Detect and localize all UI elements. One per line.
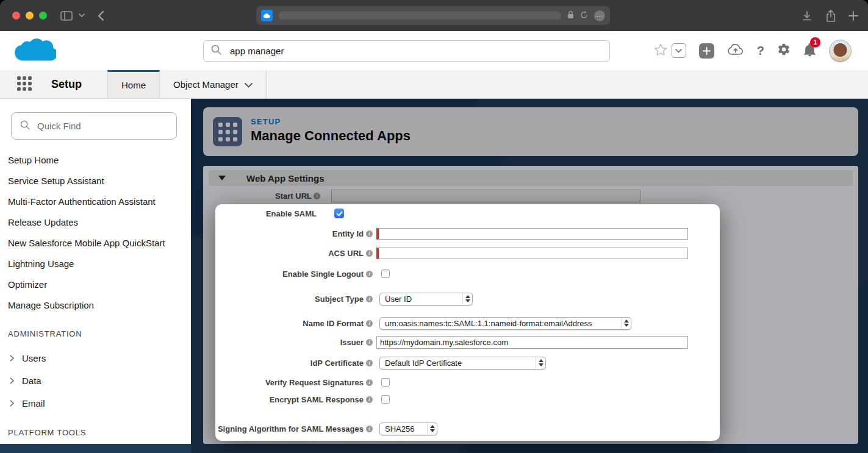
info-icon[interactable]: i [366,360,373,366]
entity-id-row: Entity Idi [215,227,720,240]
info-icon[interactable]: i [366,339,373,346]
sidebar-item-mobile-quickstart[interactable]: New Salesforce Mobile App QuickStart [0,233,191,254]
encrypt-saml-response-label: Encrypt SAML Response [270,395,364,404]
info-icon[interactable]: i [366,271,373,277]
signing-algorithm-value: SHA256 [385,424,414,433]
name-id-format-label: Name ID Format [303,319,364,328]
info-icon[interactable]: i [366,379,373,386]
sidebar-item-optimizer[interactable]: Optimizer [0,274,191,295]
search-icon [211,45,221,57]
setup-sidebar: Setup Home Service Setup Assistant Multi… [0,99,191,444]
name-id-format-value: urn:oasis:names:tc:SAML:1.1:nameid-forma… [385,319,592,328]
chevron-right-icon [10,353,14,363]
issuer-row: Issueri [215,335,720,349]
back-button-icon[interactable] [95,0,106,31]
sidebar-section-administration: ADMINISTRATION [8,326,82,342]
enable-saml-row: Enable SAML [215,207,720,220]
select-stepper-icon [427,423,435,435]
sidebar-item-data-label: Data [22,376,41,386]
enable-saml-checkbox[interactable] [334,209,344,218]
sidebar-item-email-label: Email [22,398,45,408]
sidebar-chevron-down-icon[interactable] [77,0,86,31]
minimize-window-button[interactable] [26,12,34,20]
browser-titlebar: ⋯ [0,0,868,31]
address-bar[interactable]: ⋯ [256,6,610,25]
page-more-icon[interactable]: ⋯ [594,10,605,21]
chevron-right-icon [10,398,14,408]
reload-icon[interactable] [580,10,588,21]
entity-id-label: Entity Id [332,229,364,238]
lock-icon [567,10,574,21]
sidebar-item-lightning-usage[interactable]: Lightning Usage [0,254,191,274]
encrypt-saml-response-checkbox[interactable] [381,395,390,404]
app-launcher-icon[interactable] [17,76,33,92]
tab-home[interactable]: Home [107,70,160,98]
salesforce-logo[interactable] [13,36,56,68]
verify-request-signatures-label: Verify Request Signatures [265,378,364,387]
info-icon[interactable]: i [366,296,373,302]
enable-saml-label: Enable SAML [266,209,317,218]
org-cloud-icon[interactable] [727,43,744,58]
app-title: Setup [51,78,82,91]
sidebar-toggle-icon[interactable] [59,0,74,31]
sidebar-item-users[interactable]: Users [0,347,191,369]
new-tab-icon[interactable] [847,0,859,31]
entity-id-input[interactable] [376,228,688,240]
close-window-button[interactable] [12,12,20,20]
signing-algorithm-row: Signing Algorithm for SAML Messagesi SHA… [215,422,720,435]
idp-certificate-row: IdP Certificatei Default IdP Certificate [215,356,720,369]
sidebar-item-service-setup-assistant[interactable]: Service Setup Assistant [0,171,191,191]
signing-algorithm-label: Signing Algorithm for SAML Messages [218,424,364,433]
user-avatar[interactable] [829,40,852,62]
sidebar-section-platform-tools: PLATFORM TOOLS [8,425,86,441]
global-search-input[interactable] [230,46,602,56]
url-redacted-text [279,12,561,20]
notification-bell-icon[interactable] [803,48,816,59]
sidebar-item-mfa-assistant[interactable]: Multi-Factor Authentication Assistant [0,191,191,212]
tab-home-label: Home [121,80,146,90]
info-icon[interactable]: i [366,250,373,257]
quick-create-icon[interactable] [699,43,714,59]
name-id-format-select[interactable]: urn:oasis:names:tc:SAML:1.1:nameid-forma… [379,317,631,330]
sidebar-item-manage-subscription[interactable]: Manage Subscription [0,295,191,316]
enable-single-logout-checkbox[interactable] [381,269,390,278]
quick-find-box[interactable] [11,112,177,140]
setup-content-area: Setup Home Service Setup Assistant Multi… [0,99,868,453]
favorites-dropdown-icon[interactable] [672,43,686,58]
info-icon[interactable]: i [366,320,373,327]
tab-object-manager[interactable]: Object Manager [160,70,267,98]
verify-request-signatures-checkbox[interactable] [381,378,390,387]
sidebar-item-data[interactable]: Data [0,369,191,392]
idp-certificate-select[interactable]: Default IdP Certificate [379,357,546,369]
sidebar-item-release-updates[interactable]: Release Updates [0,212,191,233]
signing-algorithm-select[interactable]: SHA256 [379,423,437,435]
subject-type-value: User ID [385,294,412,304]
info-icon[interactable]: i [366,230,373,237]
idp-certificate-value: Default IdP Certificate [385,358,462,368]
favorites-control [654,43,686,59]
name-id-format-row: Name ID Formati urn:oasis:names:tc:SAML:… [215,316,720,330]
info-icon[interactable]: i [366,396,373,403]
share-icon[interactable] [825,0,837,31]
verify-request-signatures-row: Verify Request Signaturesi [215,376,720,389]
acs-url-input[interactable] [376,248,688,259]
help-icon[interactable]: ? [757,44,764,58]
quick-find-input[interactable] [37,121,168,131]
global-search[interactable] [203,40,610,62]
subject-type-select[interactable]: User ID [379,293,473,305]
chevron-right-icon [10,376,14,386]
zoom-window-button[interactable] [39,12,47,20]
tab-object-manager-label: Object Manager [173,79,239,90]
select-stepper-icon [536,357,543,369]
sidebar-item-setup-home[interactable]: Setup Home [0,150,191,171]
subject-type-label: Subject Type [315,294,364,304]
downloads-icon[interactable] [800,0,814,31]
setup-gear-icon[interactable] [777,43,791,59]
sidebar-item-email[interactable]: Email [0,392,191,415]
acs-url-label: ACS URL [328,249,364,258]
favorite-star-icon[interactable] [654,43,667,59]
saml-settings-panel: Enable SAML Entity Idi ACS URLi Enable S… [215,204,720,441]
idp-certificate-label: IdP Certificate [310,358,364,368]
issuer-input[interactable] [376,336,688,349]
info-icon[interactable]: i [366,426,373,432]
